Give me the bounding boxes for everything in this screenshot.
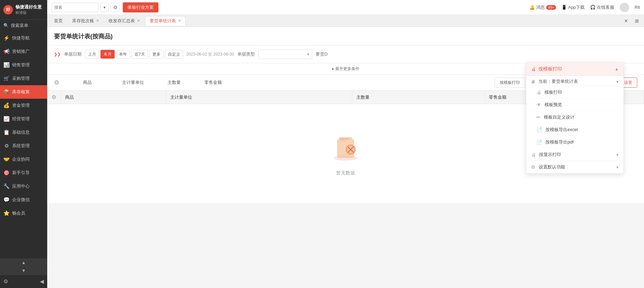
sidebar-item-vip[interactable]: ⭐ 畅会员 (0, 206, 47, 220)
settings-icon[interactable]: ⚙ (3, 278, 8, 285)
sidebar-scroll-down[interactable]: ▼ (0, 266, 47, 275)
topbar: ▾ ⚙ 体验行业方案 🔔 消息 99+ 📱 App下载 🎧 在线客服 Rit (47, 0, 644, 15)
set-default-icon: ⚙ (531, 164, 535, 170)
print-dropdown: 🖨 按模板打印 ▲ 🖨 当前：要货单统计表 ▾ 🖨 模板打印 👁 模板预览 ✏ … (526, 62, 624, 174)
sidebar-label-enterprise: 企业协同 (12, 156, 30, 162)
type-select[interactable]: ▾ (258, 50, 312, 59)
wechat-icon: 💬 (3, 197, 9, 203)
type-filter-label: 单据类型 (237, 51, 255, 57)
sidebar-label-basic: 基础信息 (12, 129, 30, 135)
dropdown-item-template-print[interactable]: 🖨 模板打印 (526, 86, 623, 99)
topbar-dropdown[interactable]: ▾ (100, 3, 109, 12)
sidebar-item-wechat[interactable]: 💬 企业微信 (0, 193, 47, 206)
topbar-settings[interactable]: ⚙ (111, 3, 120, 12)
tab-order-stats[interactable]: 要货单统计表✕ (145, 16, 185, 26)
empty-illustration (329, 131, 362, 165)
col-settings-icon[interactable]: ⚙ (52, 94, 56, 100)
dropdown-item-template-export-excel[interactable]: 📄 按模板导出excel (526, 124, 623, 136)
dropdown-item-template-preview[interactable]: 👁 模板预览 (526, 99, 623, 111)
trial-button[interactable]: 体验行业方案 (123, 2, 158, 12)
system-icon: ⚙ (3, 143, 9, 149)
notification-btn[interactable]: 🔔 消息 99+ (529, 4, 556, 10)
sidebar-scroll-up[interactable]: ▲ (0, 258, 47, 266)
tab-home[interactable]: 首页 (50, 16, 67, 26)
sidebar-item-apps[interactable]: 🔧 应用中心 (0, 180, 47, 193)
date-filter-label: 单据日期 (64, 51, 82, 57)
expand-more-label: 展开更多条件 (335, 66, 359, 72)
bell-icon: 🔔 (529, 5, 535, 10)
date-btn-more[interactable]: 更多 (149, 50, 164, 59)
dropdown-item-template-export-pdf[interactable]: 📄 按模板导出pdf (526, 136, 623, 149)
template-preview-icon: 👁 (536, 102, 541, 107)
display-print-label: 按显示打印 (539, 152, 561, 158)
sidebar-item-sales[interactable]: 📊 销售管理 (0, 58, 47, 72)
template-preview-label: 模板预览 (545, 102, 562, 108)
sidebar-item-system[interactable]: ⚙ 系统管理 (0, 139, 47, 153)
empty-text: 暂无数据 (336, 170, 355, 176)
sales-icon: 📊 (3, 62, 9, 68)
sidebar-item-quick-nav[interactable]: ⚡ 快捷导航 (0, 31, 47, 45)
amount-col: 零售金额 (204, 79, 222, 86)
print-dropdown-header[interactable]: 🖨 按模板打印 ▲ (526, 63, 623, 76)
sidebar-label-operations: 经营管理 (12, 116, 30, 122)
user-avatar[interactable] (620, 3, 629, 12)
sidebar-item-operations[interactable]: 📈 经营管理 (0, 112, 47, 126)
template-design-icon: ✏ (536, 115, 540, 120)
app-download-label: App下载 (568, 4, 585, 10)
sidebar-label-marketing: 营销推广 (12, 49, 30, 55)
col-unit: 主计量单位 (166, 91, 352, 104)
tab-batch-account[interactable]: 库存批次账✕ (68, 16, 103, 26)
dropdown-item-template-design[interactable]: ✏ 模板自定义设计 (526, 111, 623, 124)
tab-close-receipt-summary[interactable]: ✕ (137, 19, 140, 23)
sidebar-item-basic[interactable]: 📋 基础信息 (0, 126, 47, 139)
service-icon: 🎧 (590, 5, 595, 10)
sidebar: 好 畅捷通好生意 标准版 🔍 搜索菜单 ⚡ 快捷导航 📢 营销推广 📊 销售管理… (0, 0, 47, 288)
date-btn-prev-month[interactable]: 上月 (85, 50, 99, 59)
tab-label-batch-account: 库存批次账 (72, 18, 94, 24)
date-group: 上月本月本年近7天更多自定义 (85, 50, 183, 59)
table-settings-icon[interactable]: ⚙ (54, 79, 59, 86)
app-download-btn[interactable]: 📱 App下载 (561, 4, 585, 10)
current-template-section[interactable]: 🖨 当前：要货单统计表 ▾ (526, 76, 623, 86)
print-btn[interactable]: 按模板打印 (495, 77, 525, 88)
sidebar-item-purchase[interactable]: 🛒 采购管理 (0, 72, 47, 85)
topbar-search-input[interactable] (51, 3, 98, 12)
maximize-btn[interactable]: ⊞ (633, 17, 641, 25)
unit-col: 主计量单位 (122, 79, 144, 86)
close-tab-btn[interactable]: ✕ (622, 17, 631, 25)
date-btn-this-month[interactable]: 本月 (100, 50, 115, 59)
topbar-right: 🔔 消息 99+ 📱 App下载 🎧 在线客服 Rit (529, 3, 640, 12)
sidebar-item-guide[interactable]: 🎯 新手引导 (0, 166, 47, 180)
sidebar-label-sales: 销售管理 (12, 62, 30, 68)
quick-nav-icon: ⚡ (3, 35, 9, 41)
filter-expand-btn[interactable]: ❯❯ (54, 52, 61, 57)
online-service-btn[interactable]: 🎧 在线客服 (590, 4, 614, 10)
expand-more-btn[interactable]: ▾ 展开更多条件 (332, 66, 359, 72)
print-header-label: 按模板打印 (538, 66, 562, 72)
template-print-label: 模板打印 (545, 89, 562, 95)
date-btn-this-year[interactable]: 本年 (116, 50, 130, 59)
date-btn-custom[interactable]: 自定义 (165, 50, 183, 59)
sidebar-item-enterprise[interactable]: 🤝 企业协同 (0, 153, 47, 166)
print-dropdown-items: 🖨 模板打印 👁 模板预览 ✏ 模板自定义设计 📄 按模板导出excel 📄 按… (526, 86, 623, 149)
col-settings: ⚙ (47, 91, 61, 104)
online-service-label: 在线客服 (597, 4, 614, 10)
sidebar-item-inventory[interactable]: 📦 库存核算 (0, 85, 47, 99)
notification-badge: 99+ (546, 5, 556, 10)
tab-close-order-stats[interactable]: ✕ (178, 19, 181, 23)
expand-more-icon: ▾ (332, 67, 334, 71)
sidebar-item-marketing[interactable]: 📢 营销推广 (0, 45, 47, 58)
display-print-section[interactable]: 🖨 按显示打印 ▾ (526, 149, 623, 161)
sidebar-item-finance[interactable]: 💰 资金管理 (0, 99, 47, 112)
tab-receipt-summary[interactable]: 收发存汇总表✕ (105, 16, 144, 26)
date-btn-last-7-days[interactable]: 近7天 (131, 50, 148, 59)
apps-icon: 🔧 (3, 183, 9, 189)
sidebar-search[interactable]: 🔍 搜索菜单 (0, 20, 47, 31)
set-default-section[interactable]: ⚙ 设置默认功能 ▾ (526, 161, 623, 173)
sidebar-label-quick-nav: 快捷导航 (12, 35, 30, 41)
app-sub: 标准版 (16, 10, 42, 15)
chevron-down-icon: ▾ (307, 52, 309, 57)
collapse-icon[interactable]: ◀ (40, 278, 44, 285)
current-template-label: 当前：要货单统计表 (538, 79, 578, 84)
tab-close-batch-account[interactable]: ✕ (96, 19, 99, 23)
